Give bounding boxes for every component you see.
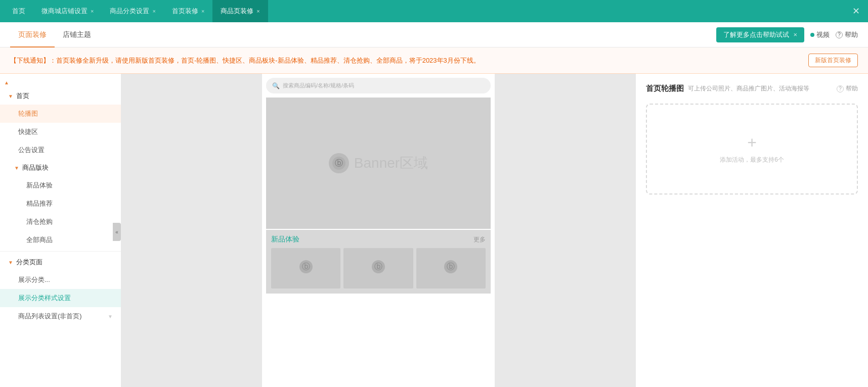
sidebar-item-new-exp-label: 新品体验 (26, 181, 53, 189)
svg-text:ⓑ: ⓑ (447, 262, 455, 271)
sidebar-item-shortcuts[interactable]: 快捷区 (0, 123, 121, 141)
tab-store-settings-label: 微商城店铺设置 (41, 7, 88, 16)
sidebar-group-products-label: 商品版块 (22, 163, 49, 172)
right-panel-help-label: 帮助 (846, 84, 858, 93)
product-thumb-2: ⓑ (343, 248, 413, 288)
product-section: 新品体验 更多 ⓑ ⓑ (266, 230, 491, 294)
sidebar-item-banner[interactable]: 轮播图 (0, 105, 121, 123)
sidebar-group-products[interactable]: ▼ 商品版块 (0, 159, 121, 176)
sidebar-item-show-category-label: 展示分类... (18, 276, 50, 283)
search-placeholder: 搜索商品编码/名称/规格/条码 (283, 82, 354, 89)
tab-home[interactable]: 首页 (4, 0, 33, 22)
chevron-left-icon: « (115, 229, 118, 235)
sub-nav-bar: 页面装修 店铺主题 了解更多点击帮助试试 × 视频 ? 帮助 (0, 22, 868, 47)
sidebar-item-show-category[interactable]: 展示分类... (0, 271, 121, 289)
sidebar-item-banner-label: 轮播图 (18, 110, 38, 117)
help-banner[interactable]: 了解更多点击帮助试试 × (716, 27, 804, 42)
sidebar-item-featured[interactable]: 精品推荐 (0, 195, 121, 213)
right-panel-help-link[interactable]: ? 帮助 (837, 84, 858, 93)
product-grid: ⓑ ⓑ ⓑ (271, 248, 486, 288)
tab-store-settings[interactable]: 微商城店铺设置 × (33, 0, 102, 22)
upload-label: 添加活动，最多支持6个 (720, 156, 784, 164)
help-banner-close[interactable]: × (793, 31, 797, 38)
sidebar-item-all-products[interactable]: 全部商品 (0, 231, 121, 249)
sidebar-item-clearance-label: 清仓抢购 (26, 218, 53, 225)
brand-icon: ⓑ (329, 153, 349, 173)
product-icon-2: ⓑ (370, 259, 386, 278)
sidebar-item-product-list-label: 商品列表设置(非首页) (18, 312, 82, 321)
tab-page-decor-label: 页面装修 (18, 30, 47, 39)
preview-area: 🔍 搜索商品编码/名称/规格/条码 ⓑ Banner区域 (121, 74, 635, 387)
tab-product-decor[interactable]: 商品页装修 × (212, 0, 268, 22)
sidebar-item-product-list-settings[interactable]: 商品列表设置(非首页) ▼ (0, 307, 121, 325)
sub-nav-right: 了解更多点击帮助试试 × 视频 ? 帮助 (716, 27, 858, 42)
sidebar-group-homepage[interactable]: ▼ 首页 (0, 87, 121, 105)
sidebar-item-category-style-label: 展示分类样式设置 (18, 294, 71, 302)
sidebar-group-category[interactable]: ▼ 分类页面 (0, 254, 121, 271)
question-circle-icon: ? (837, 85, 844, 92)
tab-category-settings[interactable]: 商品分类设置 × (102, 0, 163, 22)
tab-homepage-decor-close[interactable]: × (201, 8, 204, 14)
sidebar-group-homepage-label: 首页 (16, 91, 29, 101)
tab-homepage-decor[interactable]: 首页装修 × (164, 0, 212, 22)
sidebar-item-new-exp[interactable]: 新品体验 (0, 176, 121, 195)
sidebar-item-notice[interactable]: 公告设置 (0, 141, 121, 159)
collapse-arrow-home[interactable]: ▲ (4, 80, 9, 85)
plus-icon: + (747, 134, 757, 151)
svg-text:ⓑ: ⓑ (374, 262, 382, 271)
phone-search-bar[interactable]: 🔍 搜索商品编码/名称/规格/条码 (266, 78, 491, 93)
new-version-button[interactable]: 新版首页装修 (808, 54, 858, 67)
expand-icon: ▼ (108, 314, 113, 319)
video-link[interactable]: 视频 (810, 30, 830, 39)
sidebar-divider-1 (0, 251, 121, 252)
sidebar-toggle-button[interactable]: « (113, 223, 121, 241)
right-panel-title-row: 首页轮播图 可上传公司照片、商品推广图片、活动海报等 ? 帮助 (646, 84, 858, 93)
sidebar-item-notice-label: 公告设置 (18, 146, 45, 154)
notice-bar: 【下线通知】：首页装修全新升级，请使用新版首页装修，首页-轮播图、快捷区、商品板… (0, 47, 868, 74)
banner-text-label: Banner区域 (354, 154, 428, 173)
tab-page-decor[interactable]: 页面装修 (10, 22, 55, 47)
sidebar-item-featured-label: 精品推荐 (26, 200, 53, 207)
product-thumb-1: ⓑ (271, 248, 340, 288)
arrow-category-icon: ▼ (8, 260, 13, 265)
help-banner-text: 了解更多点击帮助试试 (723, 30, 789, 39)
arrow-products-icon: ▼ (14, 165, 19, 171)
main-content: « ▲ ▼ 首页 轮播图 快捷区 公告设置 ▼ 商 (0, 74, 868, 387)
tab-home-label: 首页 (12, 7, 25, 16)
window-close-button[interactable]: ✕ (848, 6, 864, 17)
right-panel-subtitle: 可上传公司照片、商品推广图片、活动海报等 (688, 84, 809, 93)
tab-product-decor-close[interactable]: × (256, 8, 259, 14)
banner-logo: ⓑ Banner区域 (329, 153, 428, 173)
sidebar-group-category-label: 分类页面 (16, 258, 42, 267)
search-icon: 🔍 (272, 82, 280, 89)
tab-store-theme-label: 店铺主题 (63, 30, 91, 39)
phone-preview: 🔍 搜索商品编码/名称/规格/条码 ⓑ Banner区域 (262, 74, 495, 387)
right-panel-title: 首页轮播图 (646, 84, 684, 93)
question-icon: ? (836, 31, 843, 38)
product-section-title: 新品体验 (271, 235, 299, 244)
tab-product-decor-label: 商品页装修 (221, 7, 253, 16)
product-thumb-3: ⓑ (416, 248, 486, 288)
top-nav-bar: 首页 微商城店铺设置 × 商品分类设置 × 首页装修 × 商品页装修 × ✕ (0, 0, 868, 22)
svg-text:ⓑ: ⓑ (335, 159, 343, 167)
notice-bar-text: 【下线通知】：首页装修全新升级，请使用新版首页装修，首页-轮播图、快捷区、商品板… (10, 56, 480, 65)
product-icon-3: ⓑ (443, 259, 459, 278)
sidebar-item-all-products-label: 全部商品 (26, 236, 53, 244)
help-link[interactable]: ? 帮助 (836, 30, 858, 39)
product-section-header: 新品体验 更多 (271, 235, 486, 244)
product-section-more: 更多 (473, 235, 486, 244)
arrow-home-icon: ▼ (8, 93, 13, 99)
sidebar-item-category-style[interactable]: 展示分类样式设置 (0, 289, 121, 307)
tab-category-settings-label: 商品分类设置 (110, 7, 149, 16)
banner-area: ⓑ Banner区域 (266, 98, 491, 229)
tab-store-theme[interactable]: 店铺主题 (55, 22, 99, 47)
sidebar-item-clearance[interactable]: 清仓抢购 (0, 213, 121, 231)
right-panel: 首页轮播图 可上传公司照片、商品推广图片、活动海报等 ? 帮助 + 添加活动，最… (635, 74, 868, 387)
upload-area[interactable]: + 添加活动，最多支持6个 (646, 104, 858, 195)
tab-store-settings-close[interactable]: × (91, 8, 94, 14)
tab-category-settings-close[interactable]: × (152, 8, 155, 14)
tab-homepage-decor-label: 首页装修 (172, 7, 198, 16)
video-dot-icon (810, 33, 814, 37)
svg-text:ⓑ: ⓑ (302, 262, 310, 271)
sidebar-section-homepage: ▲ ▼ 首页 轮播图 快捷区 公告设置 ▼ 商品版块 新品体验 (0, 74, 121, 329)
